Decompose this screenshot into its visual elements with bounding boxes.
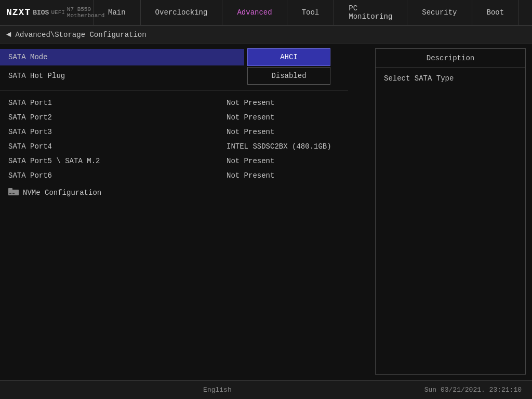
description-body: Select SATA Type <box>376 68 525 374</box>
tab-pc-monitoring[interactable]: PC Monitoring <box>334 0 407 25</box>
sata-hot-plug-label: SATA Hot Plug <box>0 68 244 84</box>
port4-value: INTEL SSDSC2BX (480.1GB) <box>227 142 331 151</box>
footer-datetime: Sun 03/21/2021. 23:21:10 <box>424 386 522 394</box>
svg-rect-2 <box>9 193 11 194</box>
sata-mode-value[interactable]: AHCI <box>247 48 330 66</box>
tab-exit[interactable]: Exit <box>519 0 532 25</box>
port-row-4: SATA Port4 INTEL SSDSC2BX (480.1GB) <box>0 139 369 154</box>
tab-boot[interactable]: Boot <box>472 0 520 25</box>
port5-value: Not Present <box>227 157 274 165</box>
tab-tool[interactable]: Tool <box>287 0 335 25</box>
logo-uefi: UEFI <box>51 9 64 16</box>
port-row-5: SATA Port5 \ SATA M.2 Not Present <box>0 154 369 168</box>
sata-hot-plug-value[interactable]: Disabled <box>247 67 330 85</box>
tab-security[interactable]: Security <box>407 0 472 25</box>
footer-language: English <box>203 386 232 394</box>
tab-main[interactable]: Main <box>94 0 141 25</box>
port4-label: SATA Port4 <box>8 142 227 151</box>
port6-label: SATA Port6 <box>8 171 227 180</box>
breadcrumb-path: Advanced\Storage Configuration <box>16 31 147 39</box>
sata-mode-label: SATA Mode <box>0 49 244 65</box>
port1-label: SATA Port1 <box>8 99 227 107</box>
nvme-label: NVMe Configuration <box>23 189 101 197</box>
port6-value: Not Present <box>227 171 274 180</box>
description-panel: Description Select SATA Type <box>375 48 526 375</box>
port2-value: Not Present <box>227 113 274 122</box>
port2-label: SATA Port2 <box>8 113 227 122</box>
tab-advanced[interactable]: Advanced <box>222 0 287 25</box>
nvme-row[interactable]: NVMe Configuration <box>0 185 369 201</box>
logo-area: NZXT BIOS UEFI N7 B550 Motherboard <box>0 0 94 25</box>
sata-mode-row[interactable]: SATA Mode AHCI <box>0 48 369 66</box>
nvme-icon <box>8 188 19 197</box>
svg-rect-1 <box>8 188 12 190</box>
nav-area: Main Overclocking Advanced Tool PC Monit… <box>94 0 532 25</box>
svg-rect-0 <box>8 190 19 195</box>
port3-label: SATA Port3 <box>8 128 227 136</box>
port1-value: Not Present <box>227 99 274 107</box>
divider <box>0 90 348 90</box>
breadcrumb: ◄ Advanced\Storage Configuration <box>0 26 532 44</box>
port-row-6: SATA Port6 Not Present <box>0 168 369 183</box>
description-header: Description <box>376 49 525 68</box>
topbar: NZXT BIOS UEFI N7 B550 Motherboard Main … <box>0 0 532 26</box>
port-row-2: SATA Port2 Not Present <box>0 110 369 125</box>
settings-content: SATA Mode AHCI SATA Hot Plug Disabled SA… <box>0 44 369 379</box>
port-row-3: SATA Port3 Not Present <box>0 125 369 139</box>
port5-label: SATA Port5 \ SATA M.2 <box>8 157 227 165</box>
footer: English Sun 03/21/2021. 23:21:10 <box>0 380 532 399</box>
logo-nzxt: NZXT <box>6 7 31 18</box>
port-row-1: SATA Port1 Not Present <box>0 96 369 110</box>
logo-bios: BIOS <box>33 9 49 17</box>
main-content: SATA Mode AHCI SATA Hot Plug Disabled SA… <box>0 44 532 379</box>
svg-rect-3 <box>12 193 15 194</box>
tab-overclocking[interactable]: Overclocking <box>141 0 223 25</box>
sata-hot-plug-row[interactable]: SATA Hot Plug Disabled <box>0 67 369 85</box>
port3-value: Not Present <box>227 128 274 136</box>
back-arrow-icon[interactable]: ◄ <box>6 30 11 39</box>
